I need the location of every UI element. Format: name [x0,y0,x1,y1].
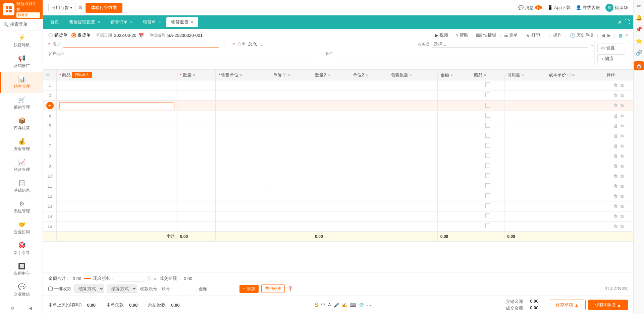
r15c6[interactable] [350,222,388,232]
save-draft-btn[interactable]: 保存草稿 ▲ [549,300,586,310]
r7c9[interactable] [471,141,504,151]
qty2-sort-icon[interactable]: ⇅ [327,73,330,77]
one-click-payment-label[interactable]: 一键收款 [48,286,71,292]
row3-product-input[interactable] [59,102,174,109]
r15c7[interactable] [388,222,438,232]
sidebar-item-purchase[interactable]: 🛒 采购管理 [0,93,43,114]
r9c9[interactable] [471,161,504,171]
account-input[interactable] [160,286,187,292]
r11c7[interactable] [388,181,438,191]
r11c9[interactable] [471,181,504,191]
r10c2[interactable] [177,171,216,181]
r13c4[interactable] [270,201,312,211]
close-tab-icon[interactable]: ✕ [617,18,623,26]
delete-icon-2[interactable]: 🗑 [613,93,618,98]
r4c4[interactable] [270,111,312,121]
r6c2[interactable] [177,131,216,141]
r5c2[interactable] [177,121,216,131]
r12c6[interactable] [350,191,388,201]
video-btn[interactable]: ▶ 视频 [435,32,448,38]
r5c5[interactable] [312,121,350,131]
radio-return[interactable]: 退货单 [71,32,91,38]
r14c4[interactable] [270,211,312,222]
r15c2[interactable] [177,222,216,232]
r14c2[interactable] [177,211,216,222]
maximize-icon[interactable]: ⛶ [624,18,631,26]
row2-unit[interactable] [216,90,270,101]
r9c5[interactable] [312,161,350,171]
row1-amount[interactable] [437,80,471,90]
r14c10[interactable] [504,211,546,222]
r9c8[interactable] [437,161,471,171]
delete-icon-3[interactable]: 🗑 [613,103,618,108]
copy-icon-5[interactable]: ⧉ [621,123,624,129]
right-panel-home-icon[interactable]: 🏠 [634,61,644,70]
copy-icon-9[interactable]: ⧉ [621,164,624,169]
r6c10[interactable] [504,131,546,141]
gift-checkbox-11[interactable] [485,183,490,188]
tab-sales-order-close[interactable]: ✕ [130,20,133,24]
message-btn[interactable]: 💬 消息 70 [518,5,542,11]
ime-chinese-icon[interactable]: 中 [321,302,325,308]
r4c10[interactable] [504,111,546,121]
copy-icon-7[interactable]: ⧉ [621,143,624,149]
r5c10[interactable] [504,121,546,131]
r5c3[interactable] [216,121,270,131]
r10c3[interactable] [216,171,270,181]
r4c2[interactable] [177,111,216,121]
r14c8[interactable] [437,211,471,222]
right-panel-edit-icon[interactable]: ✏ [637,3,641,9]
calendar-icon[interactable]: 📅 [139,33,144,38]
gift-checkbox-6[interactable] [485,133,490,138]
row3-amount[interactable] [437,101,471,111]
r14c6[interactable] [350,211,388,222]
r9c11[interactable] [546,161,604,171]
r11c4[interactable] [270,181,312,191]
r4c5[interactable] [312,111,350,121]
row2-product[interactable] [57,90,177,101]
sidebar-item-wechat[interactable]: 💬 企业微信 [0,280,43,301]
copy-icon-1[interactable]: ⧉ [621,83,624,88]
sidebar-item-inventory[interactable]: 📦 库存核算 [0,114,43,134]
print-btn[interactable]: 🖨 打印 [526,32,540,38]
select-btn[interactable]: ☰ 选单 [504,32,518,38]
delete-icon-12[interactable]: 🗑 [613,194,618,199]
r12c4[interactable] [270,191,312,201]
tab-return-close[interactable]: ✕ [191,20,194,24]
r6c7[interactable] [388,131,438,141]
r5c7[interactable] [388,121,438,131]
r7c6[interactable] [350,141,388,151]
r6c3[interactable] [216,131,270,141]
r9c10[interactable] [504,161,546,171]
r10c10[interactable] [504,171,546,181]
col-settings[interactable]: ⚙ [43,70,57,80]
r4c7[interactable] [388,111,438,121]
r4c9[interactable] [471,111,504,121]
sidebar-item-operations[interactable]: 📈 经营管理 [0,155,43,176]
r15c3[interactable] [216,222,270,232]
row1-available[interactable] [504,80,546,90]
r14c7[interactable] [388,211,438,222]
r12c8[interactable] [437,191,471,201]
r13c3[interactable] [216,201,270,211]
ime-keyboard-icon[interactable]: ⌨ [350,303,356,308]
r4c6[interactable] [350,111,388,121]
r9c1[interactable] [57,161,177,171]
r12c2[interactable] [177,191,216,201]
gift-checkbox-4[interactable] [485,113,490,118]
delete-icon-1[interactable]: 🗑 [613,83,618,88]
available-sort-icon[interactable]: ⇅ [521,73,524,77]
r5c4[interactable] [270,121,312,131]
r11c3[interactable] [216,181,270,191]
r12c11[interactable] [546,191,604,201]
r9c6[interactable] [350,161,388,171]
help-btn[interactable]: ? 帮助 [456,32,468,38]
r8c3[interactable] [216,151,270,161]
r13c1[interactable] [57,201,177,211]
gift-checkbox-8[interactable] [485,153,490,158]
copy-icon-11[interactable]: ⧉ [621,184,624,189]
r5c11[interactable] [546,121,604,131]
sidebar-item-basic-info[interactable]: 📋 基础信息 [0,176,43,197]
r12c5[interactable] [312,191,350,201]
r10c1[interactable] [57,171,177,181]
